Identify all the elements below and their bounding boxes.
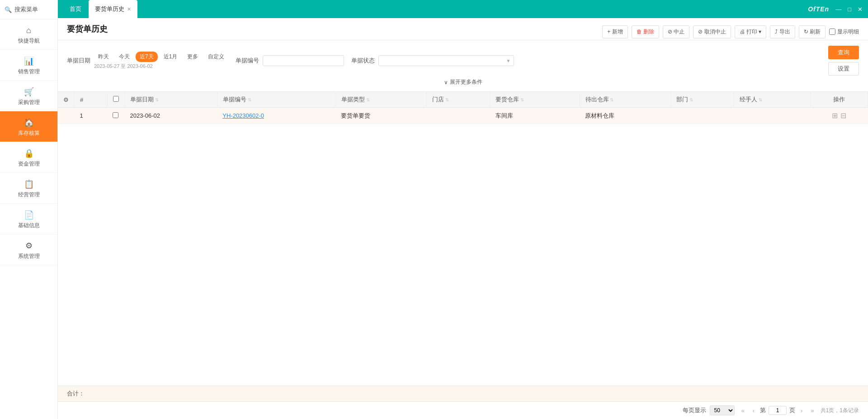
cell-settings bbox=[58, 108, 75, 124]
sidebar-item-quick-nav[interactable]: ⌂快捷导航 bbox=[0, 19, 57, 50]
doc-number-label: 单据编号 bbox=[236, 57, 259, 65]
date-btn-近7天[interactable]: 近7天 bbox=[136, 52, 158, 62]
doc-status-select-wrapper: ▼ bbox=[378, 55, 514, 66]
tab-close-icon[interactable]: ✕ bbox=[127, 6, 131, 12]
brand-label: OfTEn bbox=[808, 5, 829, 13]
cell-dept bbox=[671, 108, 734, 124]
sidebar-item-sales[interactable]: 📊销售管理 bbox=[0, 50, 57, 81]
total-info: 共1页，1条记录 bbox=[821, 407, 859, 414]
doc-status-label: 单据状态 bbox=[351, 57, 375, 65]
th-type[interactable]: 单据类型 bbox=[335, 92, 426, 108]
sidebar: 🔍 搜索菜单 ⌂快捷导航📊销售管理🛒采购管理🏠库存核算🔒资金管理📋经营管理📄基础… bbox=[0, 0, 58, 419]
table-area: ⚙#单据日期单据编号单据类型门店要货仓库待出仓库部门经手人操作 1 2023-0… bbox=[58, 92, 868, 386]
select-all-checkbox[interactable] bbox=[113, 96, 119, 102]
new-btn[interactable]: + 新增 bbox=[602, 25, 627, 38]
finance-icon: 🔒 bbox=[24, 148, 34, 158]
doc-number-link[interactable]: YH-20230602-0 bbox=[222, 112, 264, 119]
system-icon: ⚙ bbox=[25, 241, 33, 251]
settings-icon[interactable]: ⚙ bbox=[63, 96, 69, 103]
date-btn-今天[interactable]: 今天 bbox=[115, 52, 134, 62]
page-nav: « ‹ 第 页 › » bbox=[738, 406, 816, 415]
row-checkbox[interactable] bbox=[113, 112, 118, 118]
display-detail-checkbox[interactable] bbox=[829, 29, 835, 35]
th-req_warehouse[interactable]: 要货仓库 bbox=[490, 92, 580, 108]
sidebar-item-finance[interactable]: 🔒资金管理 bbox=[0, 142, 57, 173]
sales-icon: 📊 bbox=[24, 56, 34, 66]
date-range-text: 2023-05-27 至 2023-06-02 bbox=[94, 63, 228, 70]
doc-number-input[interactable] bbox=[263, 55, 344, 66]
cell-number: YH-20230602-0 bbox=[217, 108, 335, 124]
data-table: ⚙#单据日期单据编号单据类型门店要货仓库待出仓库部门经手人操作 1 2023-0… bbox=[58, 92, 868, 124]
more-icon[interactable]: ⊟ bbox=[840, 111, 846, 120]
date-btn-近1月[interactable]: 近1月 bbox=[160, 52, 182, 62]
window-minimize-btn[interactable]: — bbox=[835, 6, 841, 13]
sidebar-item-purchase[interactable]: 🛒采购管理 bbox=[0, 81, 57, 111]
sidebar-search[interactable]: 🔍 搜索菜单 bbox=[0, 0, 57, 19]
page-size-label: 每页显示 bbox=[683, 406, 706, 414]
window-maximize-btn[interactable]: □ bbox=[848, 6, 851, 13]
sidebar-item-system[interactable]: ⚙系统管理 bbox=[0, 234, 57, 265]
date-btn-昨天[interactable]: 昨天 bbox=[94, 52, 113, 62]
tab-home[interactable]: 首页 bbox=[63, 0, 88, 18]
footer-bar: 合计： bbox=[58, 386, 868, 401]
prev-page-btn[interactable]: ‹ bbox=[750, 406, 757, 415]
stop-btn[interactable]: ⊘ 中止 bbox=[663, 25, 689, 38]
sidebar-item-inventory[interactable]: 🏠库存核算 bbox=[0, 111, 57, 142]
filter-area: 单据日期 昨天今天近7天近1月更多自定义 2023-05-27 至 2023-0… bbox=[58, 40, 868, 92]
display-detail-label: 显示明细 bbox=[837, 28, 859, 36]
table-row: 1 2023-06-02 YH-20230602-0 要货单要货 车间库 原材料… bbox=[58, 108, 868, 124]
sidebar-search-label: 搜索菜单 bbox=[14, 5, 38, 14]
tab-home-label: 首页 bbox=[70, 5, 81, 13]
display-detail-toggle[interactable]: 显示明细 bbox=[829, 28, 859, 36]
doc-status-select[interactable] bbox=[378, 55, 514, 66]
date-btn-更多[interactable]: 更多 bbox=[183, 52, 202, 62]
sidebar-item-operation[interactable]: 📋经营管理 bbox=[0, 173, 57, 204]
first-page-btn[interactable]: « bbox=[738, 406, 747, 415]
cell-type: 要货单要货 bbox=[335, 108, 426, 124]
cell-req-warehouse: 车间库 bbox=[490, 108, 580, 124]
refresh-btn[interactable]: ↻ 刷新 bbox=[799, 25, 826, 38]
inventory-icon: 🏠 bbox=[24, 118, 34, 128]
query-btn[interactable]: 查询 bbox=[828, 46, 859, 59]
expand-more-btn[interactable]: ∨ 展开更多条件 bbox=[67, 78, 859, 86]
th-pending_warehouse[interactable]: 待出仓库 bbox=[580, 92, 670, 108]
edit-icon[interactable]: ⊞ bbox=[832, 111, 838, 120]
print-btn[interactable]: 🖨 打印 ▾ bbox=[735, 25, 767, 38]
window-close-btn[interactable]: ✕ bbox=[858, 6, 863, 13]
filter-row: 单据日期 昨天今天近7天近1月更多自定义 2023-05-27 至 2023-0… bbox=[67, 46, 859, 76]
tab-active-label: 要货单历史 bbox=[95, 5, 124, 13]
chevron-down-icon: ∨ bbox=[444, 79, 448, 86]
date-btn-自定义[interactable]: 自定义 bbox=[204, 52, 228, 62]
th-dept[interactable]: 部门 bbox=[671, 92, 734, 108]
toolbar: + 新增 🗑 删除 ⊘ 中止 ⊘ 取消中止 🖨 打印 ▾ ⤴ 导出 ↻ 刷新 显… bbox=[602, 25, 859, 38]
th-check bbox=[107, 92, 124, 108]
cancel-stop-btn[interactable]: ⊘ 取消中止 bbox=[693, 25, 731, 38]
th-action: 操作 bbox=[811, 92, 868, 108]
tab-active[interactable]: 要货单历史 ✕ bbox=[89, 0, 137, 18]
sidebar-item-basic[interactable]: 📄基础信息 bbox=[0, 204, 57, 234]
th-handler[interactable]: 经手人 bbox=[734, 92, 810, 108]
page-input[interactable] bbox=[769, 406, 787, 415]
doc-status-filter: 单据状态 ▼ bbox=[351, 55, 514, 66]
sidebar-item-label: 基础信息 bbox=[18, 222, 40, 229]
th-date[interactable]: 单据日期 bbox=[124, 92, 217, 108]
page-size-select[interactable]: 102050100 bbox=[710, 405, 735, 415]
last-page-btn[interactable]: » bbox=[808, 406, 816, 415]
th-settings: ⚙ bbox=[58, 92, 75, 108]
delete-btn[interactable]: 🗑 删除 bbox=[632, 25, 659, 38]
cell-store bbox=[427, 108, 490, 124]
cell-check[interactable] bbox=[107, 108, 124, 124]
export-btn[interactable]: ⤴ 导出 bbox=[770, 25, 795, 38]
expand-more-label: 展开更多条件 bbox=[450, 78, 482, 86]
next-page-btn[interactable]: › bbox=[798, 406, 805, 415]
cell-action: ⊞ ⊟ bbox=[811, 108, 868, 124]
sidebar-item-label: 采购管理 bbox=[18, 99, 40, 106]
setting-btn[interactable]: 设置 bbox=[828, 62, 859, 76]
th-store[interactable]: 门店 bbox=[427, 92, 490, 108]
search-icon: 🔍 bbox=[5, 6, 12, 13]
pagination: 每页显示 102050100 « ‹ 第 页 › » 共1页，1条记录 bbox=[58, 401, 868, 419]
th-number[interactable]: 单据编号 bbox=[217, 92, 335, 108]
cell-date: 2023-06-02 bbox=[124, 108, 217, 124]
sidebar-item-label: 快捷导航 bbox=[18, 37, 40, 45]
sidebar-item-label: 库存核算 bbox=[18, 129, 40, 137]
